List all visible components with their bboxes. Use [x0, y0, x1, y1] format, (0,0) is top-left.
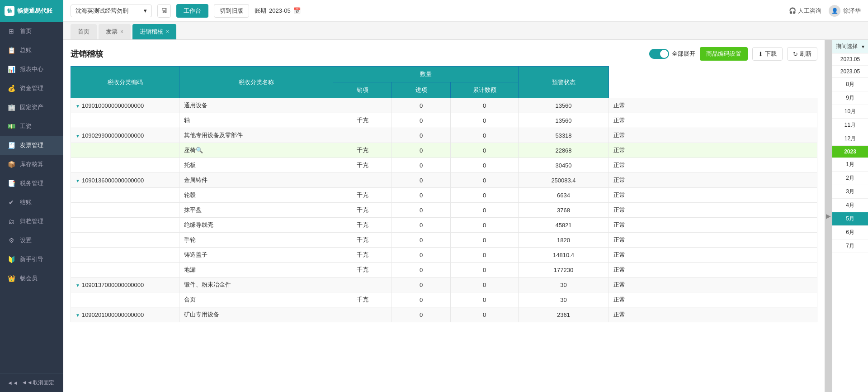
- period-label: 账期: [255, 7, 266, 15]
- cell-sales: 0: [392, 292, 451, 307]
- period-item-5[interactable]: 11月: [832, 119, 868, 132]
- sidebar-item-发票管理[interactable]: 🧾发票管理: [0, 136, 63, 155]
- row-arrow-icon[interactable]: ▼: [75, 134, 80, 139]
- tab-首页[interactable]: 首页: [71, 24, 97, 39]
- cell-name: 地漏: [179, 263, 333, 277]
- search-icon[interactable]: 🔍: [196, 147, 203, 153]
- row-arrow-icon[interactable]: ▼: [75, 178, 80, 183]
- cell-code: [71, 203, 179, 218]
- cell-purchase: 0: [451, 188, 519, 203]
- table-row: ▼1090137000000000000 锻件、粉末冶金件 0 0 30 正常: [71, 277, 817, 292]
- sidebar-label-5: 工资: [20, 122, 32, 130]
- cell-code: [71, 263, 179, 277]
- period-item-3[interactable]: 9月: [832, 91, 868, 105]
- cell-name: 其他专用设备及零部件: [179, 128, 333, 143]
- table-row: ▼1090136000000000000 金属铸件 0 0 250083.4 正…: [71, 173, 817, 188]
- sidebar-item-首页[interactable]: ⊞首页: [0, 22, 63, 41]
- expand-all-toggle[interactable]: 全部展开: [649, 49, 695, 59]
- period-item-14[interactable]: 7月: [832, 239, 868, 253]
- username: 徐泽华: [843, 7, 861, 15]
- period-item-0[interactable]: 2023.05: [832, 53, 868, 66]
- row-arrow-icon[interactable]: ▼: [75, 283, 80, 288]
- sidebar-item-工资[interactable]: 💵工资: [0, 117, 63, 136]
- download-label: 下载: [765, 50, 777, 58]
- tab-close-1[interactable]: ×: [120, 29, 123, 35]
- support-label: 人工咨询: [798, 7, 821, 15]
- old-version-button[interactable]: 切到旧版: [214, 4, 249, 18]
- tab-发票[interactable]: 发票×: [99, 24, 131, 39]
- cell-unit: 千克: [333, 113, 392, 128]
- cell-purchase: 0: [451, 98, 519, 113]
- sidebar-item-总账[interactable]: 📋总账: [0, 41, 63, 60]
- period-item-7[interactable]: 2023: [832, 146, 868, 158]
- user-area[interactable]: 👤 徐泽华: [829, 5, 861, 17]
- download-button[interactable]: ⬇ 下载: [752, 47, 783, 61]
- sidebar-icon-13: 👑: [7, 275, 15, 282]
- sidebar-item-报表中心[interactable]: 📊报表中心: [0, 60, 63, 79]
- tab-进销稽核[interactable]: 进销稽核×: [132, 24, 176, 39]
- th-warning: 预警状态: [519, 67, 609, 98]
- sidebar-item-库存核算[interactable]: 📦库存核算: [0, 155, 63, 174]
- save-button[interactable]: 🖫: [157, 4, 171, 18]
- cell-status: 正常: [609, 173, 817, 188]
- period-item-11[interactable]: 4月: [832, 199, 868, 212]
- refresh-button[interactable]: ↻ 刷新: [787, 47, 817, 61]
- period-item-2[interactable]: 8月: [832, 78, 868, 91]
- sidebar-item-资金管理[interactable]: 💰资金管理: [0, 79, 63, 98]
- cell-cumulative: 3768: [519, 203, 609, 218]
- period-display: 账期 2023-05 📅: [255, 7, 301, 15]
- cell-purchase: 0: [451, 292, 519, 307]
- period-item-4[interactable]: 10月: [832, 105, 868, 119]
- period-calendar-icon[interactable]: 📅: [293, 7, 301, 14]
- cell-status: 正常: [609, 263, 817, 277]
- sidebar-item-归档管理[interactable]: 🗂归档管理: [0, 212, 63, 231]
- toggle-label: 全部展开: [672, 50, 695, 58]
- period-item-1[interactable]: 2023.05: [832, 66, 868, 78]
- company-selector[interactable]: 沈海英测试经营勿删 ▾: [71, 5, 152, 17]
- page-header: 进销稽核 全部展开 商品编码设置 ⬇ 下载 ↻ 刷新: [71, 47, 817, 61]
- period-panel-header[interactable]: 期间选择 ▾: [832, 40, 868, 53]
- row-arrow-icon[interactable]: ▼: [75, 313, 80, 318]
- th-tax-name: 税收分类名称: [179, 67, 333, 98]
- product-code-button[interactable]: 商品编码设置: [700, 47, 748, 61]
- sidebar-item-新手引导[interactable]: 🔰新手引导: [0, 250, 63, 269]
- pin-icon: ◄◄: [7, 380, 18, 386]
- page-content: 进销稽核 全部展开 商品编码设置 ⬇ 下载 ↻ 刷新: [63, 40, 825, 392]
- cell-purchase: 0: [451, 173, 519, 188]
- sidebar-item-税务管理[interactable]: 📑税务管理: [0, 174, 63, 193]
- period-item-12[interactable]: 5月: [832, 212, 868, 226]
- cell-status: 正常: [609, 158, 817, 173]
- row-arrow-icon[interactable]: ▼: [75, 104, 80, 109]
- cell-unit: 千克: [333, 158, 392, 173]
- table-row: 地漏 千克 0 0 177230 正常: [71, 263, 817, 277]
- pin-sidebar-button[interactable]: ◄◄ ◄◄取消固定: [0, 373, 63, 392]
- topbar: 沈海英测试经营勿删 ▾ 🖫 工作台 切到旧版 账期 2023-05 📅 🎧 人工…: [63, 0, 868, 22]
- sidebar-item-固定资产[interactable]: 🏢固定资产: [0, 98, 63, 117]
- period-item-6[interactable]: 12月: [832, 132, 868, 146]
- period-item-9[interactable]: 2月: [832, 172, 868, 185]
- topbar-right: 🎧 人工咨询 👤 徐泽华: [789, 5, 861, 17]
- table-row: ▼1090299000000000000 其他专用设备及零部件 0 0 5331…: [71, 128, 817, 143]
- sidebar-label-6: 发票管理: [20, 141, 43, 149]
- cell-code: ▼1090136000000000000: [71, 173, 179, 188]
- sidebar-item-结账[interactable]: ✔结账: [0, 193, 63, 212]
- tab-close-2[interactable]: ×: [166, 29, 169, 35]
- period-item-8[interactable]: 1月: [832, 158, 868, 172]
- support-link[interactable]: 🎧 人工咨询: [789, 7, 821, 15]
- period-panel: 期间选择 ▾ 2023.052023.058月9月10月11月12月20231月…: [832, 40, 868, 392]
- period-panel-wrapper: ▶ 期间选择 ▾ 2023.052023.058月9月10月11月12月2023…: [825, 40, 868, 392]
- sidebar-label-12: 新手引导: [20, 255, 43, 263]
- cell-cumulative: 22868: [519, 143, 609, 158]
- th-purchase: 进项: [392, 82, 451, 98]
- toggle-switch[interactable]: [649, 49, 669, 59]
- panel-collapse-arrow[interactable]: ▶: [825, 40, 832, 392]
- cell-purchase: 0: [451, 248, 519, 263]
- sidebar-item-设置[interactable]: ⚙设置: [0, 231, 63, 250]
- sidebar-item-畅会员[interactable]: 👑畅会员: [0, 269, 63, 288]
- period-item-10[interactable]: 3月: [832, 185, 868, 199]
- workbench-button[interactable]: 工作台: [176, 4, 208, 18]
- cell-sales: 0: [392, 158, 451, 173]
- cell-cumulative: 13560: [519, 113, 609, 128]
- period-item-13[interactable]: 6月: [832, 226, 868, 239]
- cell-sales: 0: [392, 128, 451, 143]
